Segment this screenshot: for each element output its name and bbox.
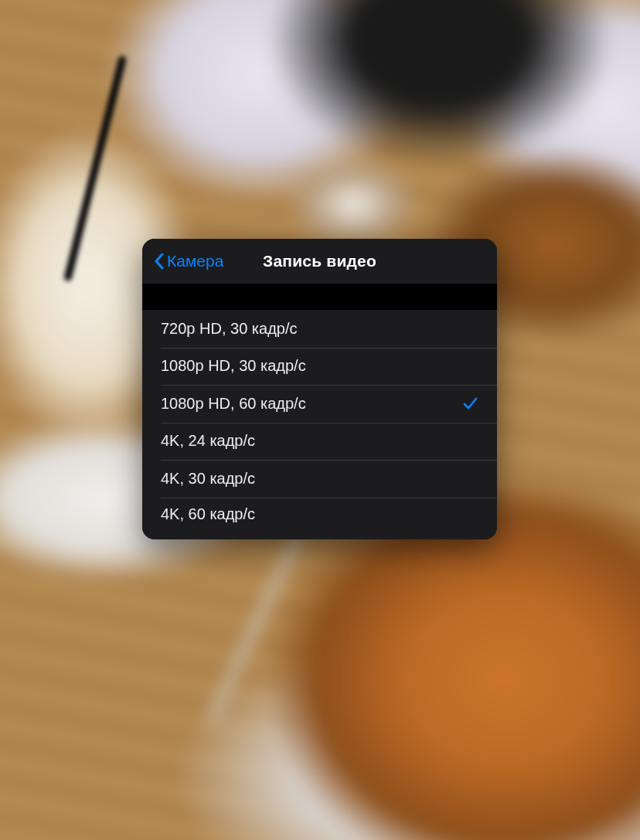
back-button[interactable]: Камера [147, 239, 230, 284]
option-label: 1080p HD, 60 кадр/с [161, 395, 306, 413]
video-format-option[interactable]: 4K, 24 кадр/с [142, 423, 497, 461]
option-label: 4K, 30 кадр/с [161, 470, 255, 488]
settings-panel: Камера Запись видео 720p HD, 30 кадр/с 1… [142, 239, 497, 539]
chevron-left-icon [153, 252, 165, 270]
option-label: 1080p HD, 30 кадр/с [161, 357, 306, 375]
nav-bar: Камера Запись видео [142, 239, 497, 284]
video-format-option[interactable]: 720p HD, 30 кадр/с [142, 310, 497, 348]
video-format-option[interactable]: 4K, 30 кадр/с [142, 460, 497, 498]
page-title: Запись видео [263, 252, 376, 270]
video-format-option[interactable]: 4K, 60 кадр/с [142, 498, 497, 539]
option-label: 4K, 24 кадр/с [161, 432, 255, 450]
section-spacer [142, 284, 497, 310]
video-format-list: 720p HD, 30 кадр/с 1080p HD, 30 кадр/с 1… [142, 310, 497, 539]
video-format-option[interactable]: 1080p HD, 30 кадр/с [142, 348, 497, 386]
checkmark-icon [461, 395, 478, 412]
back-label: Камера [167, 252, 223, 270]
option-label: 4K, 60 кадр/с [161, 505, 255, 523]
video-format-option[interactable]: 1080p HD, 60 кадр/с [142, 385, 497, 423]
option-label: 720p HD, 30 кадр/с [161, 320, 298, 338]
